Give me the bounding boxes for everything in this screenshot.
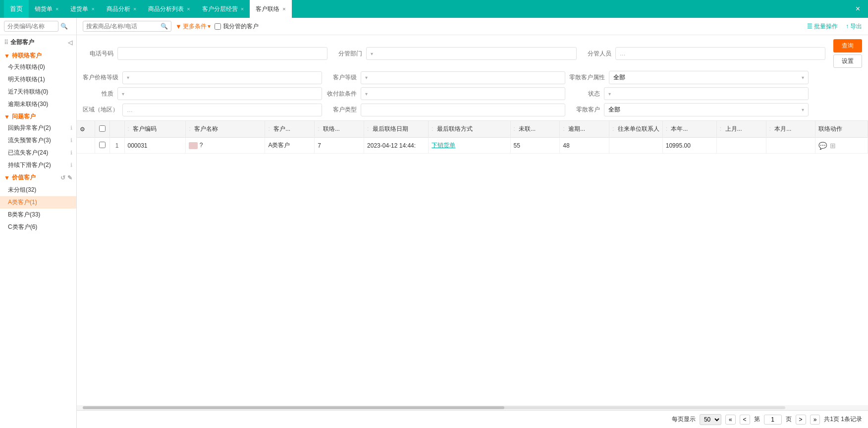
checkbox-column-header[interactable] <box>95 121 109 138</box>
nav-sales[interactable]: 销货单 × <box>29 0 64 18</box>
prev-page-button[interactable]: < <box>740 415 750 425</box>
region-input[interactable]: … <box>122 104 322 116</box>
customer-type-input[interactable] <box>361 104 565 116</box>
nav-customer-contact[interactable]: 客户联络 × <box>250 0 291 18</box>
top-navigation: 首页 销货单 × 进货单 × 商品分析 × 商品分析列表 × 客户分层经营 × … <box>0 0 868 18</box>
value-edit-icon[interactable]: ✎ <box>67 174 72 181</box>
retail-customer-arrow-icon: ▾ <box>802 107 804 112</box>
field-nature: 性质 ▾ <box>83 87 322 100</box>
window-close-button[interactable]: × <box>852 4 864 13</box>
field-customer-type: 客户类型 <box>326 104 565 116</box>
gear-column-header[interactable]: ⚙ <box>77 121 95 138</box>
price-level-select[interactable]: ▾ <box>122 71 322 84</box>
retail-customer-select[interactable]: 全部 ▾ <box>604 103 809 116</box>
sidebar-grid-icon: ⠿ <box>4 39 8 46</box>
query-button[interactable]: 查询 <box>833 39 862 53</box>
row-checkbox-cell[interactable] <box>95 138 109 154</box>
search-icon[interactable]: 🔍 <box>161 23 168 30</box>
payment-select[interactable]: ▾ <box>361 87 565 100</box>
this-month-column-header[interactable]: : 本月... <box>766 121 815 138</box>
sidebar-item-churned[interactable]: 已流失客户(24) ℹ <box>0 147 76 159</box>
qr-action-icon[interactable]: ⊞ <box>830 142 836 150</box>
overdue-column-header[interactable]: : 逾期... <box>560 121 609 138</box>
sidebar-search-input[interactable] <box>4 21 58 32</box>
last-date-column-header[interactable]: : 最后联络日期 <box>364 121 429 138</box>
status-select[interactable]: ▾ <box>604 87 809 100</box>
customer-level-select[interactable]: ▾ <box>361 71 565 84</box>
sidebar-all-customers-label[interactable]: 全部客户 <box>10 38 34 47</box>
my-customer-checkbox[interactable]: 我分管的客户 <box>215 22 259 31</box>
nature-select[interactable]: ▾ <box>117 87 322 100</box>
sidebar-item-declining[interactable]: 持续下滑客户(2) ℹ <box>0 159 76 171</box>
this-year-column-header[interactable]: : 本年... <box>662 121 716 138</box>
prev-contact-column-header[interactable]: : 往来单位联系人 <box>609 121 663 138</box>
adv-filter-row-4: 区域（地区） … 客户类型 零散客户 全部 ▾ <box>83 103 862 116</box>
sidebar-item-unclassified[interactable]: 未分组(32) <box>0 184 76 196</box>
first-page-button[interactable]: « <box>725 415 736 425</box>
dept-select[interactable]: ▾ <box>366 47 576 60</box>
export-button[interactable]: ↑ 导出 <box>846 22 862 31</box>
sidebar-item-tomorrow-pending[interactable]: 明天待联络(1) <box>0 73 76 86</box>
contact-column-header[interactable]: : 联络... <box>315 121 364 138</box>
code-column-header[interactable]: : 客户编码 <box>124 121 186 138</box>
field-region: 区域（地区） … <box>83 104 322 116</box>
sidebar-item-a-class[interactable]: A类客户(1) <box>0 196 76 209</box>
page-size-select[interactable]: 50 <box>700 414 721 425</box>
row-actions-cell: 💬 ⊞ <box>815 138 868 154</box>
sidebar-search-icon[interactable]: 🔍 <box>60 23 68 30</box>
last-method-link[interactable]: 下销货单 <box>432 142 455 149</box>
close-analysis-tab[interactable]: × <box>133 6 136 12</box>
customer-type-label: 客户类型 <box>326 106 361 114</box>
phone-input[interactable] <box>117 47 327 60</box>
last-month-sort-sep: : <box>720 125 721 132</box>
more-conditions-button[interactable]: ▼ 更多条件 ▾ <box>175 22 211 31</box>
chevron-down-icon: ▾ <box>208 23 211 30</box>
search-input[interactable] <box>86 23 161 30</box>
status-label: 状态 <box>569 90 604 98</box>
sidebar-collapse-icon[interactable]: ◁ <box>68 39 72 46</box>
nav-analysis-list[interactable]: 商品分析列表 × <box>142 0 196 18</box>
overdue-sort-sep: : <box>563 125 564 132</box>
close-customer-contact-tab[interactable]: × <box>282 6 285 12</box>
manager-dots-icon[interactable]: … <box>620 50 626 57</box>
my-customer-check[interactable] <box>215 23 221 30</box>
no-contact-column-header[interactable]: : 未联... <box>510 121 560 138</box>
select-all-checkbox[interactable] <box>99 125 106 132</box>
sidebar-item-abnormal-repurchase[interactable]: 回购异常客户(2) ℹ <box>0 122 76 134</box>
sidebar-item-b-class[interactable]: B类客户(33) <box>0 209 76 221</box>
manager-input[interactable]: … <box>615 47 825 60</box>
page-number-input[interactable]: 1 <box>764 415 782 425</box>
close-sales-tab[interactable]: × <box>55 6 58 12</box>
sidebar-item-week-pending[interactable]: 近7天待联络(0) <box>0 86 76 98</box>
value-refresh-icon[interactable]: ↺ <box>60 174 65 181</box>
last-month-column-header[interactable]: : 上月... <box>716 121 766 138</box>
close-customer-tier-tab[interactable]: × <box>241 6 244 12</box>
type-column-header[interactable]: : 客户... <box>265 121 315 138</box>
sidebar-item-c-class[interactable]: C类客户(6) <box>0 221 76 233</box>
last-date-sort-sep: : <box>367 125 369 132</box>
nav-analysis[interactable]: 商品分析 × <box>101 0 142 18</box>
nav-home[interactable]: 首页 <box>4 0 29 18</box>
nature-arrow-icon: ▾ <box>122 91 124 97</box>
sidebar-item-overdue-pending[interactable]: 逾期未联络(30) <box>0 98 76 110</box>
next-page-button[interactable]: > <box>796 415 806 425</box>
nav-purchase[interactable]: 进货单 × <box>64 0 100 18</box>
horizontal-scrollbar-thumb[interactable] <box>83 406 504 409</box>
horizontal-scrollbar-track[interactable] <box>83 406 785 409</box>
row-name-cell: ? <box>186 138 265 154</box>
settings-button[interactable]: 设置 <box>833 54 862 68</box>
name-column-header[interactable]: : 客户名称 <box>186 121 265 138</box>
close-purchase-tab[interactable]: × <box>91 6 94 12</box>
retail-attr-select[interactable]: 全部 ▾ <box>609 71 809 84</box>
close-analysis-list-tab[interactable]: × <box>187 6 190 12</box>
row-checkbox[interactable] <box>99 142 106 148</box>
last-page-button[interactable]: » <box>810 415 820 425</box>
message-action-icon[interactable]: 💬 <box>818 142 827 150</box>
bulk-operation-button[interactable]: ☰ 批量操作 <box>807 22 838 31</box>
last-method-column-header[interactable]: : 最后联络方式 <box>429 121 510 138</box>
row-last-method-cell[interactable]: 下销货单 <box>429 138 510 154</box>
sidebar-item-today-pending[interactable]: 今天待联络(0) <box>0 61 76 73</box>
nav-customer-tier[interactable]: 客户分层经营 × <box>196 0 250 18</box>
region-dots-icon[interactable]: … <box>127 107 133 113</box>
sidebar-item-churn-warning[interactable]: 流失预警客户(3) ℹ <box>0 134 76 147</box>
